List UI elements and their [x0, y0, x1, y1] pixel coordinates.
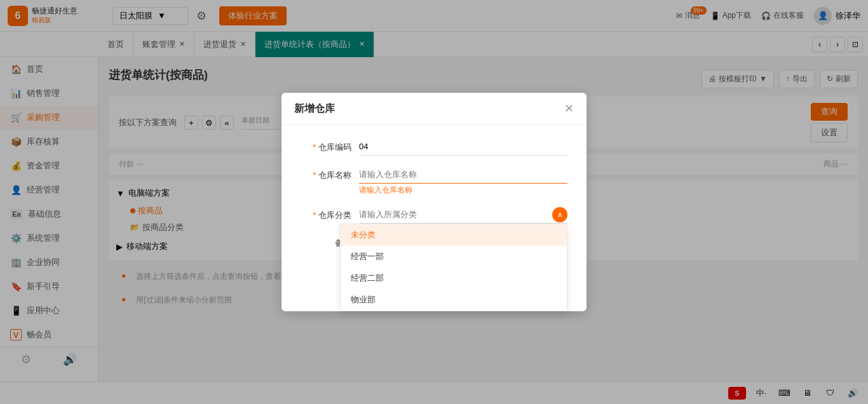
modal-close-button[interactable]: ✕ [564, 102, 574, 116]
category-select-wrapper: ∧ 未分类 经营一部 经营二部 物业部 [359, 206, 567, 224]
code-input[interactable] [359, 138, 567, 156]
modal-overlay: 新增仓库 ✕ 仓库编码 仓库名称 请输入仓库名称 仓库分类 [0, 0, 868, 404]
name-label: 仓库名称 [301, 166, 351, 181]
category-arrow-icon[interactable]: ∧ [552, 207, 567, 222]
modal-header: 新增仓库 ✕ [281, 93, 587, 125]
form-row-code: 仓库编码 [301, 138, 567, 156]
form-row-category: 仓库分类 ∧ 未分类 经营一部 经营二部 物业部 [301, 206, 567, 224]
dropdown-item-2[interactable]: 经营二部 [341, 267, 567, 289]
category-dropdown: 未分类 经营一部 经营二部 物业部 [340, 224, 567, 311]
name-field: 请输入仓库名称 [359, 166, 567, 196]
category-label: 仓库分类 [301, 206, 351, 221]
form-row-name: 仓库名称 请输入仓库名称 [301, 166, 567, 196]
name-error-msg: 请输入仓库名称 [359, 185, 567, 196]
category-field: ∧ 未分类 经营一部 经营二部 物业部 [359, 206, 567, 224]
modal-new-warehouse: 新增仓库 ✕ 仓库编码 仓库名称 请输入仓库名称 仓库分类 [281, 93, 587, 311]
modal-title: 新增仓库 [294, 102, 335, 116]
dropdown-item-3[interactable]: 物业部 [341, 289, 567, 311]
dropdown-item-1[interactable]: 经营一部 [341, 246, 567, 267]
name-input[interactable] [359, 166, 567, 184]
category-input[interactable] [359, 206, 567, 224]
dropdown-item-0[interactable]: 未分类 [341, 224, 567, 246]
code-field [359, 138, 567, 156]
modal-body: 仓库编码 仓库名称 请输入仓库名称 仓库分类 ∧ [281, 125, 587, 272]
code-label: 仓库编码 [301, 138, 351, 153]
